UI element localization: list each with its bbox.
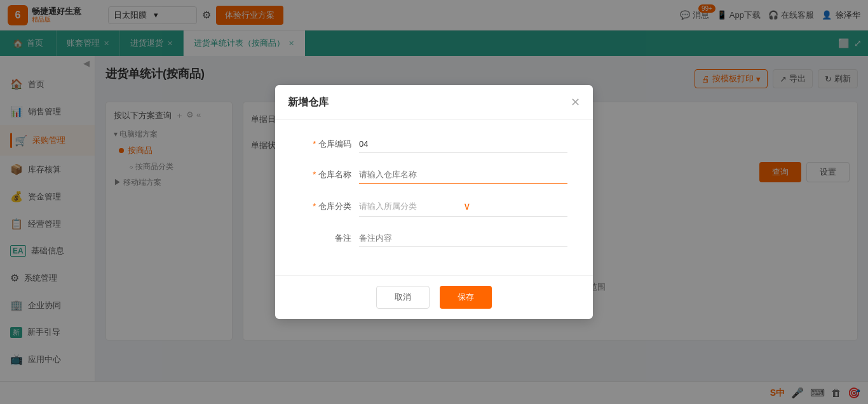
modal-footer: 取消 保存 — [275, 275, 593, 319]
remark-input[interactable] — [359, 229, 567, 247]
modal-body: 仓库编码 仓库名称 仓库分类 请输入所属分类 ∨ 备注 — [275, 120, 593, 275]
modal-new-warehouse: 新增仓库 ✕ 仓库编码 仓库名称 仓库分类 请输入所属分类 ∨ — [275, 85, 593, 319]
category-placeholder: 请输入所属分类 — [359, 201, 463, 212]
name-input[interactable] — [359, 166, 567, 184]
category-label: 仓库分类 — [301, 201, 351, 212]
form-row-remark: 备注 — [301, 229, 567, 247]
save-btn[interactable]: 保存 — [440, 286, 492, 309]
modal-close-btn[interactable]: ✕ — [571, 95, 580, 109]
modal-title: 新增仓库 — [288, 96, 329, 109]
form-row-code: 仓库编码 — [301, 135, 567, 153]
category-select[interactable]: 请输入所属分类 ∨ — [359, 196, 567, 217]
modal-overlay[interactable]: 新增仓库 ✕ 仓库编码 仓库名称 仓库分类 请输入所属分类 ∨ — [0, 0, 868, 404]
remark-label: 备注 — [301, 232, 351, 244]
modal-header: 新增仓库 ✕ — [275, 85, 593, 120]
category-dropdown-icon: ∨ — [463, 200, 567, 212]
form-row-category: 仓库分类 请输入所属分类 ∨ — [301, 196, 567, 217]
cancel-btn[interactable]: 取消 — [376, 286, 430, 309]
code-input[interactable] — [359, 135, 567, 153]
code-label: 仓库编码 — [301, 138, 351, 150]
form-row-name: 仓库名称 — [301, 166, 567, 184]
name-label: 仓库名称 — [301, 169, 351, 180]
